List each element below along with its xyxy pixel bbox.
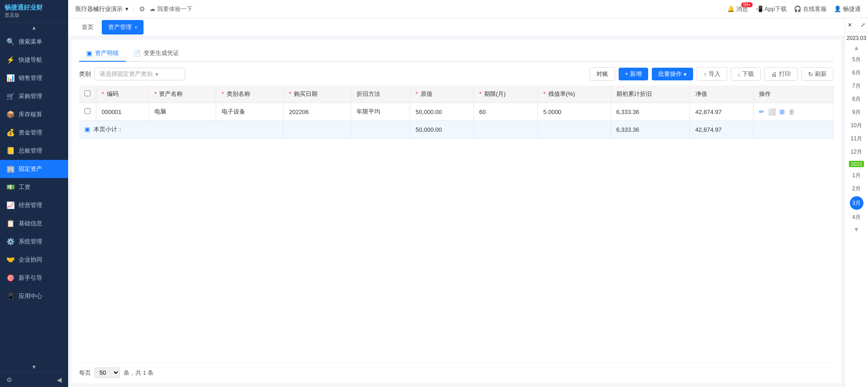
sidebar-item-label: 新手引导 — [19, 274, 42, 282]
change-voucher-icon: 📄 — [133, 50, 141, 57]
download-label: 下载 — [742, 70, 754, 78]
new-button[interactable]: + 新增 — [619, 68, 648, 80]
sidebar-item-operations[interactable]: 📈 经营管理 — [0, 196, 68, 214]
month-2[interactable]: 2月 — [845, 182, 868, 195]
box-icon: 📦 — [6, 110, 15, 119]
sidebar-item-purchase[interactable]: 🛒 采购管理 — [0, 87, 68, 105]
tab-asset-management[interactable]: 资产管理 × — [102, 20, 144, 35]
month-1[interactable]: 1月 — [845, 169, 868, 182]
year-label: 2023.03 — [847, 32, 866, 42]
right-panel-expand-icon[interactable]: ⤢ — [861, 22, 865, 28]
settings-icon[interactable]: ⚙ — [6, 376, 12, 383]
new-label: + 新增 — [625, 70, 642, 78]
subtotal-net-value: 42,874.97 — [689, 121, 753, 139]
right-panel-close-icon[interactable]: ✕ — [848, 22, 852, 28]
sub-tab-asset-detail-label: 资产明细 — [95, 49, 119, 57]
row-checkbox[interactable] — [84, 108, 90, 114]
print-button[interactable]: 🖨 打印 — [764, 67, 798, 81]
month-11[interactable]: 11月 — [845, 132, 868, 145]
sidebar-item-sales[interactable]: 📊 销售管理 — [0, 69, 68, 87]
feedback-button[interactable]: ☁ 我要体验一下 — [149, 5, 193, 13]
month-8[interactable]: 8月 — [845, 93, 868, 106]
subtotal-empty-4 — [538, 121, 611, 139]
print-icon: 🖨 — [771, 71, 777, 78]
sidebar-item-label: 应用中心 — [19, 292, 42, 300]
edit-icon[interactable]: ✏ — [759, 108, 764, 115]
trend-icon: 📈 — [6, 201, 15, 209]
month-12[interactable]: 12月 — [845, 145, 868, 159]
topbar: 医疗器械行业演示 ▾ | ⚙ ☁ 我要体验一下 🔔 消息 99+ 📲 App下载… — [68, 0, 868, 18]
company-selector[interactable]: 医疗器械行业演示 ▾ — [75, 5, 129, 13]
th-original-value: * 原值 — [410, 85, 473, 103]
month-3-active[interactable]: 3月 — [850, 196, 863, 210]
sidebar: 畅捷通好业财 普及版 ▲ 🔍 搜索菜单 ⚡ 快捷导航 📊 销售管理 🛒 采购管理… — [0, 0, 68, 387]
subtotal-empty-2 — [351, 121, 410, 139]
notification-button[interactable]: 🔔 消息 99+ — [727, 5, 748, 13]
reconcile-button[interactable]: 对账 — [590, 67, 615, 81]
sidebar-scroll-up[interactable]: ▲ — [0, 23, 68, 33]
scroll-down-button[interactable]: ▼ — [852, 224, 862, 235]
app-download-button[interactable]: 📲 App下载 — [755, 5, 787, 13]
month-5[interactable]: 5月 — [845, 53, 868, 66]
select-all-checkbox[interactable] — [84, 90, 90, 96]
subtotal-icon: ▣ — [84, 126, 90, 133]
th-name: * 资产名称 — [149, 85, 216, 103]
sidebar-item-search[interactable]: 🔍 搜索菜单 — [0, 33, 68, 51]
wage-icon: 💵 — [6, 183, 15, 191]
scroll-up-button[interactable]: ▲ — [852, 42, 862, 53]
sidebar-item-enterprise[interactable]: 🤝 企业协同 — [0, 251, 68, 269]
month-7[interactable]: 7月 — [845, 79, 868, 93]
sidebar-item-shortcut[interactable]: ⚡ 快捷导航 — [0, 51, 68, 69]
table-row: 000001 电脑 电子设备 202206 年限平均 50,000.00 60 … — [79, 103, 833, 121]
month-9[interactable]: 9月 — [845, 106, 868, 119]
feedback-label: 我要体验一下 — [157, 5, 193, 13]
copy-icon[interactable]: ⬜ — [768, 108, 776, 115]
sidebar-item-guide[interactable]: 🎯 新手引导 — [0, 269, 68, 287]
sub-tab-change-voucher[interactable]: 📄 变更生成凭证 — [126, 45, 186, 62]
month-10[interactable]: 10月 — [845, 119, 868, 132]
th-category: * 类别名称 — [216, 85, 283, 103]
clipboard-icon: 📋 — [6, 219, 15, 228]
th-depreciation-method: 折旧方法 — [351, 85, 410, 103]
sidebar-bottom: ⚙ ◀ — [0, 372, 68, 387]
user-name: 畅捷通 — [843, 5, 861, 13]
row-purchase-date: 202206 — [283, 103, 351, 121]
row-name: 电脑 — [149, 103, 216, 121]
sidebar-item-label: 固定资产 — [19, 165, 42, 173]
download-button[interactable]: ↓ 下载 — [731, 67, 761, 81]
share-icon[interactable]: ⊞ — [779, 108, 785, 115]
refresh-button[interactable]: ↻ 刷新 — [801, 67, 833, 81]
sidebar-item-funds[interactable]: 💰 资金管理 — [0, 124, 68, 142]
import-button[interactable]: ↑ 导入 — [697, 67, 727, 81]
sidebar-item-basic-info[interactable]: 📋 基础信息 — [0, 214, 68, 233]
online-support-button[interactable]: 🎧 在线客服 — [794, 5, 827, 13]
refresh-icon: ↻ — [808, 71, 813, 78]
subtotal-empty-1 — [283, 121, 351, 139]
sidebar-item-payroll[interactable]: 💵 工资 — [0, 178, 68, 196]
sidebar-item-ledger[interactable]: 📒 总账管理 — [0, 142, 68, 160]
user-avatar[interactable]: 👤 畅捷通 — [834, 5, 861, 13]
lightning-icon: ⚡ — [6, 56, 15, 64]
sub-tab-asset-detail[interactable]: ▣ 资产明细 — [79, 45, 126, 62]
collapse-icon[interactable]: ◀ — [57, 376, 62, 383]
sidebar-item-app-center[interactable]: 📱 应用中心 — [0, 287, 68, 305]
page-size-select[interactable]: 50 100 — [94, 367, 120, 378]
download-icon: ↓ — [738, 71, 741, 78]
page-size-prefix-label: 每页 — [79, 369, 91, 377]
tab-close-icon[interactable]: × — [134, 25, 137, 30]
sidebar-item-system[interactable]: ⚙️ 系统管理 — [0, 233, 68, 251]
delete-icon[interactable]: 🗑 — [789, 108, 795, 115]
batch-button[interactable]: 批量操作 ▾ — [652, 68, 693, 80]
sidebar-scroll-down[interactable]: ▼ — [0, 362, 68, 372]
sidebar-item-fixed-assets[interactable]: 🏢 固定资产 — [0, 160, 68, 178]
month-4[interactable]: 4月 — [845, 211, 868, 224]
cart-icon: 🛒 — [6, 92, 15, 100]
topbar-right: 🔔 消息 99+ 📲 App下载 🎧 在线客服 👤 畅捷通 — [727, 5, 861, 13]
tab-home[interactable]: 首页 — [75, 20, 100, 35]
download-icon: 📲 — [755, 5, 763, 12]
dropdown-icon: ▾ — [125, 5, 129, 12]
category-filter[interactable]: 请选择固定资产类别 ▾ — [94, 68, 185, 80]
settings-gear-icon[interactable]: ⚙ — [139, 5, 145, 13]
month-6[interactable]: 6月 — [845, 66, 868, 79]
sidebar-item-inventory[interactable]: 📦 库存核算 — [0, 105, 68, 124]
